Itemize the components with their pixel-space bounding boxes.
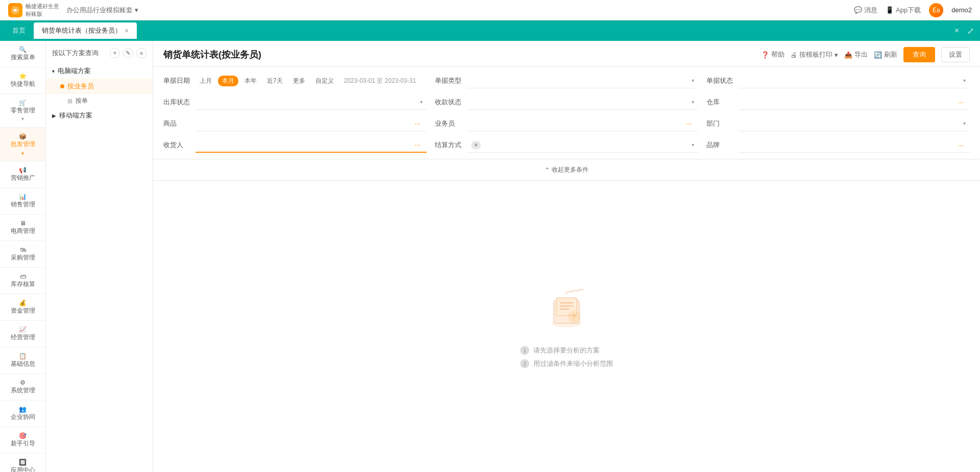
quicknav-icon: ⭐ bbox=[4, 73, 41, 80]
tab-close-all-icon[interactable]: × bbox=[952, 24, 961, 38]
message-label: 消息 bbox=[864, 6, 877, 15]
panel-collapse-button[interactable]: « bbox=[136, 48, 146, 58]
settlement-label: 结算方式 bbox=[435, 140, 463, 150]
receiver-label: 收货人 bbox=[163, 140, 191, 150]
download-icon: 📱 bbox=[886, 6, 894, 14]
sidebar-item-enterprise[interactable]: 👥 企业协同 bbox=[0, 400, 45, 427]
brand-control: ··· bbox=[739, 137, 970, 153]
query-button[interactable]: 查询 bbox=[903, 47, 935, 62]
doctype-control: ▾ bbox=[467, 73, 698, 88]
collapse-bar: ⌃ 收起更多条件 bbox=[153, 159, 980, 181]
date-tab-thismonth[interactable]: 本月 bbox=[218, 76, 238, 86]
date-tab-custom[interactable]: 自定义 bbox=[311, 76, 338, 86]
sidebar-item-sales[interactable]: 📊 销售管理 bbox=[0, 188, 45, 215]
logo-text: 畅捷通好生意 标账版 bbox=[26, 3, 59, 17]
settings-button[interactable]: 设置 bbox=[941, 47, 970, 62]
outstatus-select[interactable]: ▾ bbox=[195, 95, 427, 110]
sidebar-item-inventory[interactable]: 🗃 库存核算 bbox=[0, 268, 45, 294]
scheme-item-by-salesperson[interactable]: 按业务员 bbox=[46, 79, 153, 94]
tab-fullscreen-icon[interactable]: ⤢ bbox=[965, 24, 976, 38]
tab-sales-stats-label: 销货单统计表（按业务员） bbox=[42, 26, 121, 35]
content-area: 按以下方案查询 + ✎ « ▾ 电脑端方案 bbox=[46, 41, 980, 472]
tab-home[interactable]: 首页 bbox=[4, 22, 34, 39]
scheme-group-mobile-header[interactable]: ▶ 移动端方案 bbox=[46, 108, 153, 123]
payment-select[interactable]: ▾ bbox=[467, 95, 698, 110]
guide-icon: 🎯 bbox=[4, 432, 41, 439]
sidebar-item-marketing[interactable]: 📢 营销推广 bbox=[0, 161, 45, 188]
page-actions: ❓ 帮助 🖨 按模板打印 ▾ 📤 导出 🔄 bbox=[761, 47, 970, 62]
export-label: 导出 bbox=[854, 50, 868, 59]
department-select[interactable]: ▾ bbox=[739, 116, 970, 131]
refresh-button[interactable]: 🔄 刷新 bbox=[874, 50, 897, 59]
filter-receiver-item: 收货人 ··· bbox=[163, 137, 427, 153]
help-button[interactable]: ❓ 帮助 bbox=[761, 50, 785, 59]
brand-dots[interactable]: ··· bbox=[955, 141, 966, 149]
settlement-x-badge[interactable]: × bbox=[471, 141, 481, 149]
print-arrow-icon: ▾ bbox=[835, 51, 838, 59]
date-tab-thisyear[interactable]: 本年 bbox=[240, 76, 261, 86]
salesperson-dots[interactable]: ··· bbox=[684, 120, 694, 128]
group-mobile-arrow-icon: ▶ bbox=[52, 113, 56, 119]
message-icon: 💬 bbox=[854, 6, 862, 14]
page-title: 销货单统计表(按业务员) bbox=[163, 49, 261, 61]
panel-edit-button[interactable]: ✎ bbox=[123, 48, 133, 58]
sidebar-item-appstore[interactable]: 🔲 应用中心 bbox=[0, 454, 45, 472]
avatar[interactable]: Ea bbox=[929, 3, 943, 17]
sidebar-item-wholesale[interactable]: 📦 批发管理 ▴ bbox=[0, 128, 45, 161]
header-left: 畅捷通好生意 标账版 办公用品行业模拟账套 ▾ bbox=[8, 3, 141, 17]
date-tab-7days[interactable]: 近7天 bbox=[263, 76, 287, 86]
sidebar-ecommerce-label: 电商管理 bbox=[4, 227, 41, 235]
user-name[interactable]: demo2 bbox=[951, 6, 972, 14]
collapse-up-icon: ⌃ bbox=[545, 167, 550, 174]
warehouse-dots[interactable]: ··· bbox=[955, 98, 966, 106]
inventory-icon: 🗃 bbox=[4, 273, 41, 280]
tab-sales-stats[interactable]: 销货单统计表（按业务员） × bbox=[34, 22, 137, 39]
sidebar-item-finance[interactable]: 💰 资金管理 bbox=[0, 294, 45, 321]
scheme-order-label: 按单 bbox=[76, 97, 88, 105]
logo-icon bbox=[8, 3, 22, 17]
settlement-control: × ▾ bbox=[467, 137, 698, 153]
sidebar-inventory-label: 库存核算 bbox=[4, 280, 41, 289]
sidebar-item-purchase[interactable]: 🛍 采购管理 bbox=[0, 241, 45, 268]
date-tab-lastmonth[interactable]: 上月 bbox=[195, 76, 216, 86]
sidebar-item-system[interactable]: ⚙ 系统管理 bbox=[0, 374, 45, 400]
tab-bar: 首页 销货单统计表（按业务员） × × ⤢ bbox=[0, 20, 980, 41]
logo-area: 畅捷通好生意 标账版 bbox=[8, 3, 59, 17]
panel-add-button[interactable]: + bbox=[110, 48, 120, 58]
sidebar-item-search[interactable]: 🔍 搜索菜单 bbox=[0, 41, 45, 67]
sidebar-item-guide[interactable]: 🎯 新手引导 bbox=[0, 427, 45, 454]
outstatus-label: 出库状态 bbox=[163, 98, 191, 107]
receiver-control: ··· bbox=[195, 137, 427, 153]
scheme-salesperson-label: 按业务员 bbox=[67, 82, 94, 91]
operations-icon: 📈 bbox=[4, 326, 41, 333]
breadcrumb-select[interactable]: 办公用品行业模拟账套 ▾ bbox=[63, 5, 141, 16]
app-download-button[interactable]: 📱 App下载 bbox=[886, 6, 921, 15]
filter-date-item: 单据日期 上月 本月 本年 近7天 更多 自定义 2023-03-01 至 20… bbox=[163, 76, 427, 86]
settings-label: 设置 bbox=[949, 51, 962, 58]
sidebar-item-quicknav[interactable]: ⭐ 快捷导航 bbox=[0, 67, 45, 94]
goods-dots[interactable]: ··· bbox=[412, 120, 423, 128]
scheme-item-by-order[interactable]: ⊞ 按单 bbox=[46, 94, 153, 108]
tab-close-icon[interactable]: × bbox=[125, 27, 129, 34]
doctype-select[interactable]: ▾ bbox=[467, 73, 698, 88]
sidebar-basic-label: 基础信息 bbox=[4, 360, 41, 368]
sidebar-item-retail[interactable]: 🛒 零售管理 ▾ bbox=[0, 94, 45, 128]
receiver-dots[interactable]: ··· bbox=[412, 140, 423, 149]
sidebar-item-operations[interactable]: 📈 经营管理 bbox=[0, 321, 45, 347]
export-button[interactable]: 📤 导出 bbox=[844, 50, 868, 59]
export-icon: 📤 bbox=[844, 51, 852, 59]
sidebar-item-ecommerce[interactable]: 🖥 电商管理 bbox=[0, 215, 45, 241]
group-expand-icon: ▾ bbox=[52, 68, 55, 74]
sidebar-item-basic[interactable]: 📋 基础信息 bbox=[0, 347, 45, 374]
system-icon: ⚙ bbox=[4, 379, 41, 386]
message-button[interactable]: 💬 消息 bbox=[854, 6, 877, 15]
docstatus-select[interactable]: ▾ bbox=[739, 73, 970, 88]
collapse-button[interactable]: ⌃ 收起更多条件 bbox=[538, 163, 595, 176]
print-button[interactable]: 🖨 按模板打印 ▾ bbox=[791, 50, 838, 59]
wholesale-icon: 📦 bbox=[4, 133, 41, 140]
scheme-group-desktop-header[interactable]: ▾ 电脑端方案 bbox=[46, 63, 153, 79]
department-label: 部门 bbox=[706, 119, 734, 128]
filter-doctype-item: 单据类型 ▾ bbox=[435, 73, 698, 88]
page-header: 销货单统计表(按业务员) ❓ 帮助 🖨 按模板打印 ▾ 📤 bbox=[153, 41, 980, 67]
date-tab-more[interactable]: 更多 bbox=[289, 76, 309, 86]
